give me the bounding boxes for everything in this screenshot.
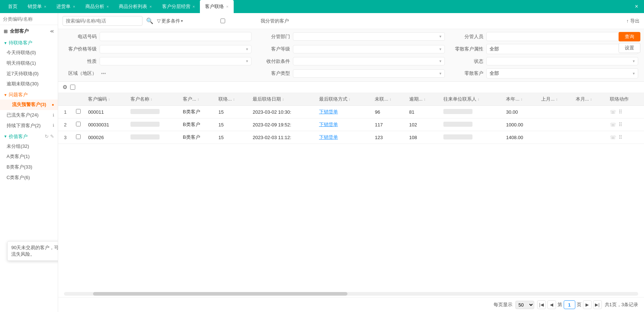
row3-overdue: 108: [406, 131, 440, 144]
class-b-label: B类客户(33): [7, 164, 32, 170]
next-page-button[interactable]: ▶: [583, 300, 592, 309]
my-customers-checkbox[interactable]: 我分管的客户: [186, 18, 289, 24]
tab-customer-contact[interactable]: 客户联络 ×: [200, 0, 233, 13]
col-last-date-label: 最后联络日期: [253, 96, 281, 102]
close-sales-icon[interactable]: ×: [44, 4, 46, 9]
query-button[interactable]: 查询: [619, 32, 640, 41]
row2-more-icon[interactable]: ⠿: [619, 122, 622, 127]
sidebar-item-7days[interactable]: 近7天待联络(0): [0, 69, 58, 79]
sidebar-item-unclassified[interactable]: 未分组(32): [0, 141, 58, 152]
table-settings-icon[interactable]: ⚙: [63, 84, 67, 90]
status-select[interactable]: ▾: [486, 57, 638, 65]
row2-contact-icon[interactable]: ☏: [610, 122, 616, 127]
phone-input[interactable]: [100, 32, 251, 41]
dept-select[interactable]: ▾: [293, 32, 445, 41]
sidebar-item-class-a[interactable]: A类客户(1): [0, 151, 58, 162]
tab-product-analysis[interactable]: 商品分析 ×: [80, 0, 114, 13]
row3-method-link[interactable]: 下销货单: [319, 134, 338, 140]
filter-search-icon[interactable]: 🔍: [146, 17, 153, 24]
cust-level-select[interactable]: ▾: [293, 45, 445, 53]
edit-icon[interactable]: ✎: [50, 134, 54, 139]
sidebar-item-class-b[interactable]: B类客户(33): [0, 162, 58, 173]
prev-page-button[interactable]: ◀: [547, 300, 556, 309]
col-name[interactable]: 客户名称 ↕: [127, 93, 180, 106]
sidebar-item-declining[interactable]: 持续下滑客户(2) ℹ: [0, 121, 58, 131]
sidebar-item-overdue[interactable]: 逾期未联络(30): [0, 79, 58, 89]
all-customers-header[interactable]: ⊞ 全部客户 ≪: [0, 25, 58, 37]
first-page-button[interactable]: |◀: [537, 300, 546, 309]
row1-contact-icon[interactable]: ☏: [610, 109, 616, 115]
price-level-select[interactable]: ▾: [100, 45, 251, 53]
sidebar-item-today[interactable]: 今天待联络(0): [0, 48, 58, 58]
per-page-select[interactable]: 50 100 200: [515, 301, 534, 309]
sidebar-search-container: 🔍: [0, 13, 58, 25]
row1-action: ☏ ⠿: [606, 106, 644, 118]
my-customers-check[interactable]: [186, 19, 259, 23]
tab-purchase[interactable]: 进货单 ×: [51, 0, 80, 13]
row2-unit-blurred: [443, 122, 472, 127]
more-conditions-button[interactable]: ▽ 更多条件 ▾: [157, 18, 183, 24]
settings-button[interactable]: 设置: [619, 43, 640, 53]
row2-method-link[interactable]: 下销货单: [319, 122, 338, 127]
region-dots-icon[interactable]: •••: [101, 71, 106, 76]
row2-last-method[interactable]: 下销货单: [315, 118, 371, 131]
row3-code: 000026: [84, 131, 126, 144]
tab-sales[interactable]: 销货单 ×: [23, 0, 51, 13]
refresh-icon[interactable]: ↻: [45, 134, 49, 139]
close-purchase-icon[interactable]: ×: [73, 4, 75, 9]
payment-select[interactable]: ▾: [293, 57, 445, 65]
tab-customer-tier[interactable]: 客户分层经营 ×: [157, 0, 200, 13]
col-name-label: 客户名称: [130, 96, 149, 102]
page-number-input[interactable]: [564, 300, 575, 309]
person-input[interactable]: [486, 32, 630, 41]
tab-home[interactable]: 首页: [3, 0, 23, 13]
close-product-list-icon[interactable]: ×: [149, 4, 152, 9]
row3-more-icon[interactable]: ⠿: [619, 134, 622, 140]
phone-label: 电话号码: [64, 33, 97, 40]
sidebar-item-tomorrow[interactable]: 明天待联络(1): [0, 58, 58, 69]
close-customer-tier-icon[interactable]: ×: [193, 4, 195, 9]
export-button[interactable]: ↑ 导出: [627, 18, 640, 24]
table-header-row: 客户编码 ↕ 客户名称 ↕ 客户... ↕ 联络...: [58, 93, 644, 106]
content-area: 🔍 ▽ 更多条件 ▾ 我分管的客户 ↑ 导出 电话号码 分管部: [58, 13, 644, 312]
scrollbar-thumb[interactable]: [93, 292, 347, 296]
col-code[interactable]: 客户编码 ↕: [84, 93, 126, 106]
row2-checkbox[interactable]: [72, 118, 84, 131]
filter-row-payment: 收付款条件 ▾: [257, 57, 445, 65]
sort-name-icon: ↕: [150, 97, 152, 101]
row1-last-method[interactable]: 下销货单: [315, 106, 371, 118]
pending-contact-group[interactable]: ▼ 待联络客户: [0, 37, 58, 48]
sidebar-item-churn-warning[interactable]: 流失预警客户(3) ●: [0, 100, 58, 110]
row1-more-icon[interactable]: ⠿: [619, 109, 622, 115]
payment-chevron-icon: ▾: [439, 59, 442, 64]
retail-attr-select[interactable]: 全部▾: [486, 44, 638, 54]
col-this-year-label: 本年...: [506, 96, 519, 102]
row3-contact-icon[interactable]: ☏: [610, 134, 616, 140]
row3-last-method[interactable]: 下销货单: [315, 131, 371, 144]
close-product-analysis-icon[interactable]: ×: [106, 4, 109, 9]
row1-checkbox[interactable]: [72, 106, 84, 118]
last-page-button[interactable]: ▶|: [593, 300, 602, 309]
sidebar-search-input[interactable]: [3, 16, 58, 22]
page-label: 第: [558, 301, 562, 308]
collapse-icon: ≪: [50, 29, 54, 34]
overdue-label: 逾期未联络(30): [7, 81, 39, 86]
search-input[interactable]: [63, 16, 142, 26]
tab-product-list[interactable]: 商品分析列表 ×: [114, 0, 157, 13]
row3-checkbox[interactable]: [72, 131, 84, 144]
sidebar-item-churned[interactable]: 已流失客户(24) ℹ: [0, 110, 58, 121]
cust-type-select[interactable]: ▾: [293, 69, 445, 78]
select-all-checkbox[interactable]: [70, 85, 75, 90]
close-customer-contact-icon[interactable]: ×: [226, 4, 228, 9]
value-customers-group[interactable]: ▼ 价值客户 ↻ ✎: [0, 131, 58, 141]
row2-code: 00030031: [84, 118, 126, 131]
window-close-button[interactable]: ×: [632, 3, 641, 10]
col-last-method-label: 最后联络方式: [319, 96, 347, 102]
row1-method-link[interactable]: 下销货单: [319, 109, 338, 114]
nature-select[interactable]: ▾: [100, 57, 251, 65]
status-chevron-icon: ▾: [633, 59, 635, 64]
horizontal-scrollbar[interactable]: [64, 292, 638, 296]
sidebar-item-class-c[interactable]: C类客户(6): [0, 173, 58, 183]
problem-customers-group[interactable]: ▼ 问题客户: [0, 89, 58, 100]
retail-cust-select[interactable]: 全部▾: [486, 68, 638, 78]
